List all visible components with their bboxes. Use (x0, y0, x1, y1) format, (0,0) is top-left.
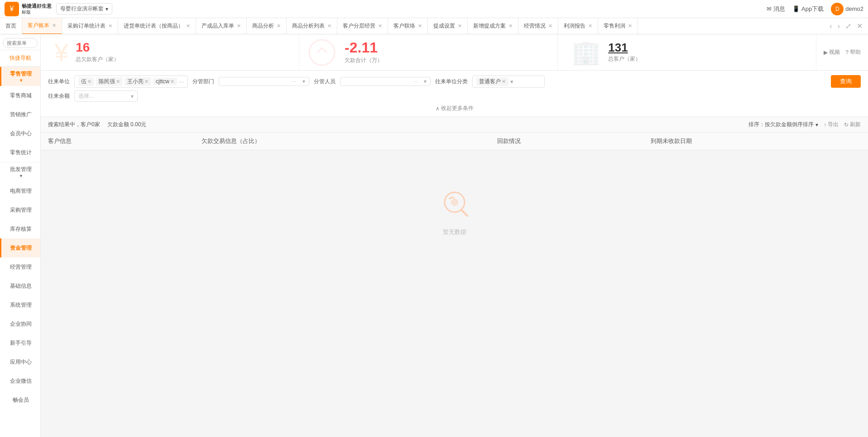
tab-product-analysis[interactable]: 商品分析 ✕ (247, 18, 287, 34)
close-tab-customer-ledger[interactable]: ✕ (52, 23, 56, 28)
sidebar-item-app-center[interactable]: 应用中心 (0, 352, 40, 371)
message-button[interactable]: ✉ 消息 (767, 5, 785, 13)
empty-icon (436, 186, 473, 223)
tab-add-commission[interactable]: 新增提成方案 ✕ (468, 18, 518, 34)
balance-select[interactable]: 选择... ▾ (74, 90, 138, 102)
remove-tag-wu[interactable]: ✕ (87, 79, 91, 85)
sort-label: 排序：按欠款金额倒序排序 (748, 121, 814, 128)
close-tab-purchase-order[interactable]: ✕ (108, 23, 112, 29)
collapse-button[interactable]: ∧ 收起更多条件 (436, 104, 474, 112)
export-button[interactable]: ↑ 导出 (824, 121, 839, 128)
close-tab-product-analysis-list[interactable]: ✕ (327, 23, 331, 29)
tab-commission-settings[interactable]: 提成设置 ✕ (428, 18, 468, 34)
sidebar-item-marketing[interactable]: 营销推广 (0, 105, 40, 124)
tag-wangxiaoliang[interactable]: 王小亮 ✕ (125, 77, 151, 86)
close-tab-commission-settings[interactable]: ✕ (458, 23, 462, 29)
unit-type-tags[interactable]: 普通客户 ✕ ▾ (472, 76, 545, 88)
close-tab-retail-profit[interactable]: ✕ (628, 23, 632, 29)
sidebar-item-retail-mall[interactable]: 零售商城 (0, 86, 40, 105)
sidebar-item-basic-info[interactable]: 基础信息 (0, 276, 40, 295)
sidebar-search-input[interactable] (3, 38, 38, 48)
refresh-button[interactable]: ↻ 刷新 (844, 121, 861, 128)
sidebar-item-members[interactable]: 会员中心 (0, 124, 40, 143)
person-filter-label: 分管人员 (314, 78, 336, 86)
stat-total-customers: 🏢 131 总客户（家） (558, 34, 816, 70)
remove-tag-general-customer[interactable]: ✕ (502, 79, 506, 85)
tab-close-all[interactable]: ✕ (855, 21, 864, 31)
tab-home[interactable]: 首页 (0, 18, 22, 34)
sidebar-item-system[interactable]: 系统管理 (0, 295, 40, 314)
tag-wu[interactable]: 伍 ✕ (78, 77, 94, 86)
sidebar-item-畅会员[interactable]: 畅会员 (0, 390, 40, 409)
col-due-date: 到期未收款日期 (643, 133, 868, 150)
unit-filter-tags[interactable]: 伍 ✕ 陈民强 ✕ 王小亮 ✕ cjttcw ✕ ··· (74, 76, 188, 88)
tab-inbound-stats[interactable]: 进货单统计表（按商品） ✕ (118, 18, 196, 34)
store-selector[interactable]: 母婴行业演示帐套 ▾ (56, 3, 112, 14)
close-tab-inbound-stats[interactable]: ✕ (186, 23, 190, 29)
stat-credit-customers-label: 总欠款客户（家） (76, 56, 119, 63)
collapse-row: ∧ 收起更多条件 (48, 104, 861, 112)
remove-tag-cjttcw[interactable]: ✕ (170, 79, 174, 85)
tab-retail-profit[interactable]: 零售利润 ✕ (598, 18, 638, 34)
tab-scroll-left[interactable]: ‹ (828, 21, 834, 31)
close-tab-customer-contact[interactable]: ✕ (418, 23, 422, 29)
table-header-row: 客户信息 欠款交易信息（占比） 回款情况 到期未收款日期 (41, 133, 868, 150)
expand-icon: ▾ (20, 78, 22, 83)
remove-tag-chenminqiang[interactable]: ✕ (116, 79, 120, 85)
tab-scroll-right[interactable]: › (836, 21, 842, 31)
tab-expand[interactable]: ⤢ (844, 21, 853, 31)
video-button[interactable]: ▶ 视频 (824, 48, 840, 56)
table-header: 客户信息 欠款交易信息（占比） 回款情况 到期未收款日期 (41, 133, 868, 150)
tab-purchase-order[interactable]: 采购订单统计表 ✕ (62, 18, 118, 34)
sort-select[interactable]: 排序：按欠款金额倒序排序 ▾ (748, 121, 818, 128)
close-tab-production-inbound[interactable]: ✕ (237, 23, 241, 29)
close-tab-product-analysis[interactable]: ✕ (277, 23, 281, 29)
tab-customer-ledger[interactable]: 客户账本 ✕ (22, 18, 62, 34)
sidebar-item-finance[interactable]: 资金管理 (0, 238, 40, 257)
tab-product-analysis-list[interactable]: 商品分析列表 ✕ (287, 18, 337, 34)
tag-general-customer[interactable]: 普通客户 ✕ (476, 77, 508, 86)
remove-tag-wangxiaoliang[interactable]: ✕ (144, 79, 149, 85)
tab-customer-contact[interactable]: 客户联络 ✕ (388, 18, 428, 34)
sidebar-item-ecommerce[interactable]: 电商管理 (0, 181, 40, 200)
stat-total-customers-label: 总客户（家） (608, 55, 641, 63)
close-tab-profit-report[interactable]: ✕ (588, 23, 592, 29)
person-arrow-icon: ▾ (424, 78, 427, 85)
tab-operations[interactable]: 经营情况 ✕ (518, 18, 558, 34)
help-button[interactable]: ? 帮助 (845, 48, 861, 56)
sidebar-item-wholesale[interactable]: 批发管理 ▾ (0, 162, 40, 181)
col-repayment: 回款情况 (490, 133, 643, 150)
close-tab-customer-layered[interactable]: ✕ (378, 23, 382, 29)
balance-filter-label: 往来余额 (48, 92, 70, 100)
sidebar-item-retail-stats[interactable]: 零售统计 (0, 143, 40, 162)
logo-area: ¥ 畅捷通好生意 标版 (5, 2, 52, 16)
app-download-button[interactable]: 📱 App下载 (792, 5, 824, 13)
person-select[interactable]: ▾ ··· (340, 77, 431, 86)
sidebar-item-enterprise[interactable]: 企业协同 (0, 314, 40, 333)
collapse-up-icon: ∧ (436, 105, 440, 112)
result-bar: 搜索结果中，客户0家 欠款金额 0.00元 排序：按欠款金额倒序排序 ▾ ↑ 导… (41, 117, 868, 133)
sidebar-quick-nav[interactable]: 快捷导航 (0, 50, 40, 66)
tag-cjttcw[interactable]: cjttcw ✕ (153, 78, 177, 85)
sidebar-item-enterprise-wechat[interactable]: 企业微信 (0, 371, 40, 390)
empty-state: 暂无数据 (41, 150, 868, 272)
filter-more-tags[interactable]: ··· (179, 78, 184, 85)
close-tab-operations[interactable]: ✕ (548, 23, 552, 29)
department-select[interactable]: ▾ ··· (219, 77, 309, 86)
sidebar-item-retail[interactable]: 零售管理 ▾ (0, 67, 40, 86)
top-bar: ¥ 畅捷通好生意 标版 母婴行业演示帐套 ▾ ✉ 消息 📱 App下载 D de… (0, 0, 868, 18)
tab-customer-layered[interactable]: 客户分层经营 ✕ (337, 18, 388, 34)
tab-production-inbound[interactable]: 产成品入库单 ✕ (196, 18, 247, 34)
tab-profit-report[interactable]: 利润报告 ✕ (558, 18, 598, 34)
sidebar-item-inventory[interactable]: 库存核算 (0, 219, 40, 238)
sidebar-item-new-guide[interactable]: 新手引导 (0, 333, 40, 352)
logo-icon: ¥ (5, 2, 19, 16)
query-button[interactable]: 查询 (831, 75, 861, 88)
sidebar-item-operations[interactable]: 经营管理 (0, 257, 40, 276)
close-tab-add-commission[interactable]: ✕ (508, 23, 513, 29)
sidebar-item-purchase[interactable]: 采购管理 (0, 200, 40, 219)
tag-chenminqiang[interactable]: 陈民强 ✕ (96, 77, 123, 86)
user-menu[interactable]: D demo2 (831, 3, 863, 15)
result-actions: 排序：按欠款金额倒序排序 ▾ ↑ 导出 ↻ 刷新 (748, 121, 861, 128)
chevron-down-icon: ▾ (106, 6, 108, 12)
